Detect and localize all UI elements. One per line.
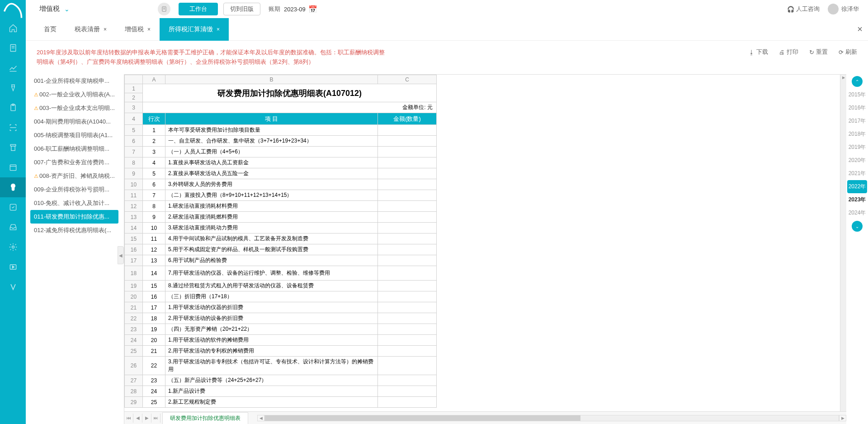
- value-cell[interactable]: [378, 335, 437, 346]
- tree-item[interactable]: 005-纳税调整项目明细表(A1...: [30, 129, 118, 142]
- year-button[interactable]: 2020年: [847, 154, 867, 167]
- item-cell[interactable]: 3.外聘研发人员的劳务费用: [165, 179, 378, 190]
- row-header[interactable]: 22: [125, 313, 143, 324]
- item-cell[interactable]: 2.直接从事研发活动人员五险一金: [165, 168, 378, 179]
- value-cell[interactable]: [378, 357, 437, 375]
- tree-item[interactable]: 011-研发费用加计扣除优惠...: [30, 210, 118, 224]
- item-cell[interactable]: （五）新产品设计费等（24+25+26+27）: [165, 375, 378, 386]
- row-header[interactable]: 2: [125, 93, 143, 102]
- year-button[interactable]: 2024年: [847, 206, 867, 219]
- row-num-cell[interactable]: 6: [143, 179, 165, 190]
- nav-video[interactable]: [0, 257, 26, 277]
- switch-old-button[interactable]: 切到旧版: [223, 3, 260, 15]
- value-cell[interactable]: [378, 125, 437, 136]
- row-header[interactable]: 24: [125, 335, 143, 346]
- tree-item[interactable]: ⚠003-一般企业成本支出明细...: [30, 101, 118, 115]
- value-cell[interactable]: [378, 212, 437, 223]
- row-header[interactable]: 7: [125, 147, 143, 157]
- row-num-cell[interactable]: 1: [143, 125, 165, 136]
- refresh-button[interactable]: ⟳刷新: [839, 48, 857, 56]
- item-cell[interactable]: （三）折旧费用（17+18）: [165, 291, 378, 302]
- tab-vat[interactable]: 增值税×: [116, 18, 160, 41]
- close-all-tabs[interactable]: ×: [857, 24, 863, 34]
- row-header[interactable]: 18: [125, 266, 143, 281]
- close-icon[interactable]: ×: [147, 26, 151, 33]
- value-cell[interactable]: [378, 136, 437, 147]
- year-button[interactable]: 2019年: [847, 141, 867, 154]
- row-num-cell[interactable]: 9: [143, 212, 165, 223]
- row-header[interactable]: 16: [125, 244, 143, 255]
- tree-item[interactable]: 004-期间费用明细表(A1040...: [30, 115, 118, 129]
- row-header[interactable]: 26: [125, 357, 143, 375]
- row-num-cell[interactable]: 17: [143, 302, 165, 313]
- period-value[interactable]: 2023-09: [284, 6, 306, 13]
- year-button[interactable]: 2016年: [847, 101, 867, 114]
- tax-type-dropdown[interactable]: 增值税 ⌄: [35, 5, 151, 14]
- row-header[interactable]: 9: [125, 168, 143, 179]
- row-num-cell[interactable]: 24: [143, 386, 165, 397]
- row-num-cell[interactable]: 10: [143, 223, 165, 233]
- row-num-cell[interactable]: 13: [143, 255, 165, 266]
- item-cell[interactable]: 1.研发活动直接消耗材料费用: [165, 201, 378, 212]
- row-header[interactable]: 5: [125, 125, 143, 136]
- doc-icon-button[interactable]: [158, 3, 170, 15]
- nav-inbox[interactable]: [0, 217, 26, 237]
- tab-tax-list[interactable]: 税表清册×: [66, 18, 116, 41]
- tree-item[interactable]: 006-职工薪酬纳税调整明细...: [30, 142, 118, 156]
- tab-home[interactable]: 首页: [35, 18, 66, 41]
- value-cell[interactable]: [378, 157, 437, 168]
- row-header[interactable]: 12: [125, 201, 143, 212]
- row-header[interactable]: 20: [125, 291, 143, 302]
- sheet-nav-prev[interactable]: ◀: [133, 414, 142, 423]
- tree-item[interactable]: ⚠002-一般企业收入明细表(A...: [30, 88, 118, 101]
- nav-archive[interactable]: [0, 197, 26, 217]
- value-cell[interactable]: [378, 168, 437, 179]
- row-num-cell[interactable]: 25: [143, 397, 165, 408]
- year-button[interactable]: 2022年: [847, 180, 867, 193]
- nav-chart[interactable]: [0, 58, 26, 78]
- sheet-nav-next[interactable]: ▶: [142, 414, 151, 423]
- tree-collapse-button[interactable]: ◀: [118, 246, 124, 264]
- row-header[interactable]: 10: [125, 179, 143, 190]
- tree-item[interactable]: 010-免税、减计收入及加计...: [30, 196, 118, 210]
- row-header[interactable]: 23: [125, 324, 143, 335]
- row-num-cell[interactable]: 23: [143, 375, 165, 386]
- value-cell[interactable]: [378, 346, 437, 357]
- value-cell[interactable]: [378, 324, 437, 335]
- value-cell[interactable]: [378, 313, 437, 324]
- item-cell[interactable]: 3.研发活动直接消耗动力费用: [165, 223, 378, 233]
- value-cell[interactable]: [378, 223, 437, 233]
- row-header[interactable]: 11: [125, 190, 143, 201]
- value-cell[interactable]: [378, 244, 437, 255]
- row-header[interactable]: 14: [125, 223, 143, 233]
- item-cell[interactable]: 4.用于中间试验和产品试制的模具、工艺装备开发及制造费: [165, 233, 378, 244]
- nav-clipboard[interactable]: [0, 98, 26, 118]
- download-button[interactable]: ⭳下载: [749, 48, 768, 56]
- consult-button[interactable]: 🎧 人工咨询: [787, 5, 820, 13]
- item-cell[interactable]: 8.通过经营租赁方式租入的用于研发活动的仪器、设备租赁费: [165, 281, 378, 291]
- row-num-cell[interactable]: 2: [143, 136, 165, 147]
- workbench-button[interactable]: 工作台: [179, 3, 218, 15]
- row-header[interactable]: 8: [125, 157, 143, 168]
- sheet-splitter[interactable]: ▶: [840, 75, 846, 411]
- tree-item[interactable]: 007-广告费和业务宣传费跨...: [30, 156, 118, 169]
- col-header[interactable]: A: [143, 75, 165, 84]
- item-cell[interactable]: 5.用于不构成固定资产的样品、样机及一般测试手段购置费: [165, 244, 378, 255]
- row-header[interactable]: 6: [125, 136, 143, 147]
- item-cell[interactable]: （二）直接投入费用（8+9+10+11+12+13+14+15）: [165, 190, 378, 201]
- print-button[interactable]: 🖨打印: [779, 48, 798, 56]
- value-cell[interactable]: [378, 201, 437, 212]
- item-cell[interactable]: （四）无形资产摊销（20+21+22）: [165, 324, 378, 335]
- value-cell[interactable]: [378, 233, 437, 244]
- year-scroll-down[interactable]: ⌄: [852, 221, 863, 232]
- row-header[interactable]: 17: [125, 255, 143, 266]
- item-cell[interactable]: 1.用于研发活动的软件的摊销费用: [165, 335, 378, 346]
- row-num-cell[interactable]: 18: [143, 313, 165, 324]
- item-cell[interactable]: 一、自主研发、合作研发、集中研发（3+7+16+19+23+34）: [165, 136, 378, 147]
- tab-income-tax[interactable]: 所得税汇算清缴×: [160, 18, 229, 41]
- nav-doc[interactable]: [0, 38, 26, 58]
- item-cell[interactable]: 本年可享受研发费用加计扣除项目数量: [165, 125, 378, 136]
- item-cell[interactable]: 2.用于研发活动的专利权的摊销费用: [165, 346, 378, 357]
- row-num-cell[interactable]: 3: [143, 147, 165, 157]
- year-button[interactable]: 2015年: [847, 88, 867, 101]
